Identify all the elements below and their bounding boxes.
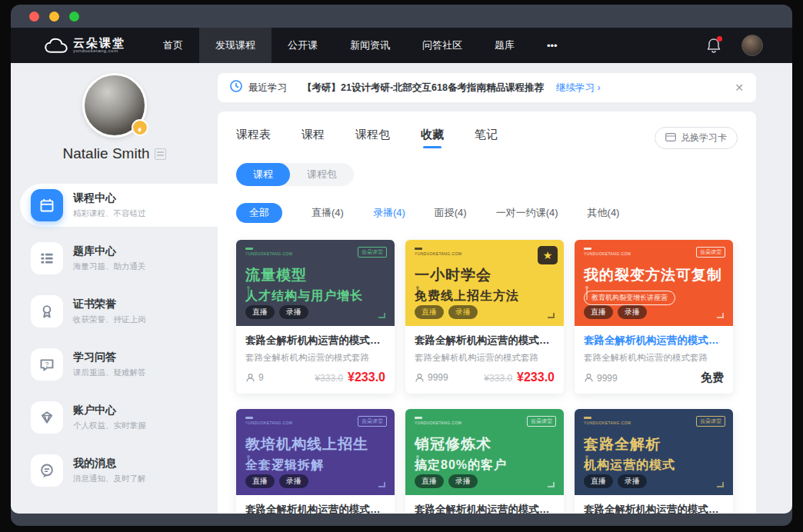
vip-gem-badge: ♦ xyxy=(132,119,148,136)
course-card[interactable]: YUNDUOKETANG.COM 云朵课堂 教培机构线上招生 全套逻辑拆解 直播… xyxy=(236,409,395,514)
tag-live: 直播 xyxy=(415,305,444,319)
cover-deco xyxy=(248,458,249,469)
sidebar-item-course-center[interactable]: 课程中心 精彩课程、不容错过 xyxy=(20,184,218,227)
exchange-card-button[interactable]: 兑换学习卡 xyxy=(655,127,738,149)
tag-recorded: 录播 xyxy=(448,474,478,488)
filter-one-on-one[interactable]: 一对一约课(4) xyxy=(496,206,558,220)
filter-in-person[interactable]: 面授(4) xyxy=(435,206,467,220)
course-subtitle: 套路全解析机构运营的模式套路 xyxy=(245,352,385,364)
tag-live: 直播 xyxy=(245,305,275,319)
cover-subtitle: 搞定80%的客户 xyxy=(415,457,555,474)
cover-title: 流量模型 xyxy=(245,265,385,285)
cover-deco xyxy=(586,458,588,469)
cover-title: 套路全解析 xyxy=(584,434,724,454)
sidebar-item-title: 账户中心 xyxy=(73,404,146,417)
nav-item-qa-community[interactable]: 问答社区 xyxy=(406,28,478,63)
tab-schedule[interactable]: 课程表 xyxy=(236,128,271,148)
course-title: 套路全解析机构运营的模式套路 xyxy=(415,334,555,347)
tag-recorded: 录播 xyxy=(279,305,308,319)
main-area: 最近学习 【考研】21设计考研-北部交互618备考指南精品课程推荐 继续学习 ›… xyxy=(218,63,756,514)
filter-live[interactable]: 直播(4) xyxy=(312,206,344,220)
sidebar-item-my-messages[interactable]: 我的消息 消息通知、及时了解 xyxy=(20,449,218,492)
cover-subtitle: 机构运营的模式 xyxy=(584,457,724,474)
switch-course-packages[interactable]: 课程包 xyxy=(290,163,354,186)
collection-panel: 课程表 课程 课程包 收藏 笔记 兑换学习卡 课程 课程包 xyxy=(218,111,756,514)
brand-logo[interactable]: 云朵课堂 yunduoketang.com xyxy=(45,28,125,63)
profile-name: Natalie Smith xyxy=(63,145,150,162)
qa-bubble-icon: ? xyxy=(31,348,63,381)
cover-title: 销冠修炼术 xyxy=(415,434,555,454)
course-card[interactable]: YUNDUOKETANG.COM 云朵课堂 销冠修炼术 搞定80%的客户 直播 … xyxy=(405,409,564,514)
corner-mark xyxy=(378,313,385,318)
cover-deco xyxy=(417,289,418,300)
course-subtitle: 套路全解析机构运营的模式套路 xyxy=(584,352,724,364)
sidebar-item-certificates[interactable]: 证书荣誉 收获荣誉、持证上岗 xyxy=(20,290,218,333)
tab-notes[interactable]: 笔记 xyxy=(475,128,498,148)
sidebar: ♦ Natalie Smith 课程中心 精彩课程、不容错过 xyxy=(11,63,218,514)
nav-item-discover-courses[interactable]: 发现课程 xyxy=(199,28,272,63)
logo-subtitle: yunduoketang.com xyxy=(73,48,125,54)
switch-courses[interactable]: 课程 xyxy=(236,163,290,186)
free-price: 免费 xyxy=(701,371,724,385)
filter-all[interactable]: 全部 xyxy=(236,203,282,223)
course-cover: YUNDUOKETANG.COM 云朵课堂 套路全解析 机构运营的模式 直播 录… xyxy=(575,409,733,495)
close-icon[interactable]: ✕ xyxy=(735,81,744,94)
user-avatar[interactable] xyxy=(741,35,763,56)
cover-title: 我的裂变方法可复制 xyxy=(584,265,724,285)
sidebar-item-title: 题库中心 xyxy=(73,244,146,258)
window-minimize-button[interactable] xyxy=(49,12,59,22)
course-title: 套路全解析机构运营的模式套路 xyxy=(584,503,724,514)
tab-favorites[interactable]: 收藏 xyxy=(421,128,444,148)
window-zoom-button[interactable] xyxy=(69,12,79,22)
filter-bar: 全部 直播(4) 录播(4) 面授(4) 一对一约课(4) 其他(4) xyxy=(236,203,738,223)
sidebar-item-question-bank-center[interactable]: 题库中心 海量习题、助力通关 xyxy=(20,237,218,280)
nav-item-more[interactable]: ••• xyxy=(531,28,574,63)
card-icon xyxy=(665,133,676,144)
sidebar-item-subtitle: 个人权益、实时掌握 xyxy=(73,421,146,431)
course-card[interactable]: YUNDUOKETANG.COM ★ 一小时学会 免费线上招生方法 直播 录播 xyxy=(405,240,564,394)
cover-deco xyxy=(586,289,588,300)
page-content: ♦ Natalie Smith 课程中心 精彩课程、不容错过 xyxy=(11,63,792,514)
course-subtitle: 套路全解析机构运营的模式套路 xyxy=(415,352,555,364)
course-card[interactable]: YUNDUOKETANG.COM 云朵课堂 我的裂变方法可复制 教育机构裂变增长… xyxy=(575,240,733,394)
filter-recorded[interactable]: 录播(4) xyxy=(373,206,405,220)
nav-item-home[interactable]: 首页 xyxy=(147,28,199,63)
nav-item-open-classes[interactable]: 公开课 xyxy=(272,28,334,63)
gem-icon xyxy=(31,401,63,434)
tab-course-packages[interactable]: 课程包 xyxy=(355,128,390,148)
course-card[interactable]: YUNDUOKETANG.COM 云朵课堂 套路全解析 机构运营的模式 直播 录… xyxy=(575,409,733,514)
course-center-icon xyxy=(31,189,63,221)
cover-badge: 云朵课堂 xyxy=(696,416,725,427)
sidebar-item-learning-qa[interactable]: ? 学习问答 课后重温、疑难解答 xyxy=(20,343,218,386)
corner-mark xyxy=(717,313,724,318)
course-cover: YUNDUOKETANG.COM 云朵课堂 教培机构线上招生 全套逻辑拆解 直播… xyxy=(236,409,395,495)
filter-other[interactable]: 其他(4) xyxy=(588,206,620,220)
nav-menu: 首页 发现课程 公开课 新闻资讯 问答社区 题库 ••• xyxy=(147,28,574,63)
continue-learning-link[interactable]: 继续学习 › xyxy=(556,81,601,95)
sidebar-item-account-center[interactable]: 账户中心 个人权益、实时掌握 xyxy=(20,396,218,439)
window-close-button[interactable] xyxy=(29,12,39,22)
student-count: 9999 xyxy=(428,372,448,383)
star-badge-icon: ★ xyxy=(538,246,558,264)
course-grid: YUNDUOKETANG.COM 云朵课堂 流量模型 人才结构与用户增长 直播 … xyxy=(236,240,738,514)
cover-brand: YUNDUOKETANG.COM xyxy=(415,248,555,256)
message-icon xyxy=(31,454,63,487)
sidebar-item-subtitle: 海量习题、助力通关 xyxy=(73,261,146,272)
app-window: 云朵课堂 yunduoketang.com 首页 发现课程 公开课 新闻资讯 问… xyxy=(11,5,792,526)
recent-course-title: 【考研】21设计考研-北部交互618备考指南精品课程推荐 xyxy=(302,81,544,95)
tag-live: 直播 xyxy=(415,474,444,488)
cover-title: 教培机构线上招生 xyxy=(245,434,385,454)
nav-item-news[interactable]: 新闻资讯 xyxy=(334,28,406,63)
old-price: ¥333.0 xyxy=(315,373,343,384)
cover-badge: 云朵课堂 xyxy=(696,247,725,258)
course-cover: YUNDUOKETANG.COM 云朵课堂 流量模型 人才结构与用户增长 直播 … xyxy=(236,240,395,326)
cover-badge: 云朵课堂 xyxy=(527,416,556,427)
course-title: 套路全解析机构运营的模式套路 xyxy=(415,503,555,514)
sidebar-item-subtitle: 课后重温、疑难解答 xyxy=(73,367,146,378)
tab-courses[interactable]: 课程 xyxy=(302,128,325,148)
nav-item-question-bank[interactable]: 题库 xyxy=(478,28,531,63)
notification-bell-icon[interactable] xyxy=(706,37,721,54)
course-card[interactable]: YUNDUOKETANG.COM 云朵课堂 流量模型 人才结构与用户增长 直播 … xyxy=(236,240,395,394)
cover-deco xyxy=(417,458,418,469)
cover-subtitle: 全套逻辑拆解 xyxy=(245,457,385,474)
